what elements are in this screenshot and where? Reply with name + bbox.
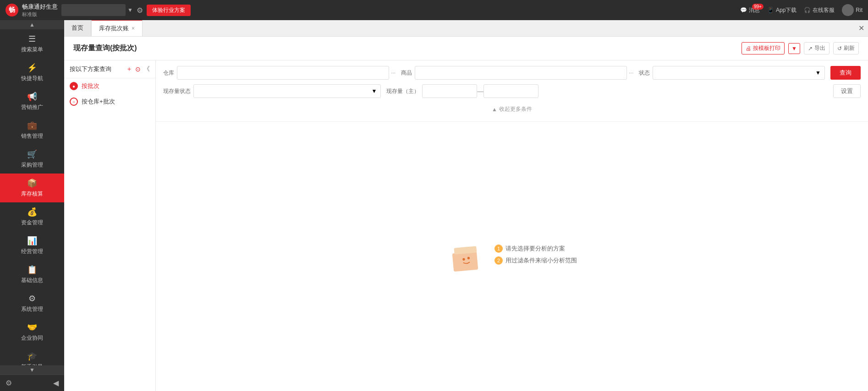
empty-box-icon [447, 238, 483, 275]
sidebar-scroll-up[interactable]: ▲ [0, 20, 64, 29]
sidebar-scroll-down[interactable]: ▼ [0, 365, 64, 375]
empty-state: 1 请先选择要分析的方案 2 用过滤条件来缩小分析范围 [156, 122, 868, 391]
status-dropdown-icon: ▼ [815, 70, 821, 76]
svg-rect-0 [452, 251, 478, 272]
product-filter-group: 商品 ··· [401, 66, 633, 80]
warehouse-more-icon[interactable]: ··· [391, 70, 396, 76]
top-bar-right: 💬 消息 99+ 📱 App下载 🎧 在线客服 Rit [740, 4, 863, 16]
settings-button[interactable]: 设置 [833, 84, 861, 98]
experience-button[interactable]: 体验行业方案 [147, 5, 191, 16]
online-service-item[interactable]: 🎧 在线客服 [804, 6, 835, 14]
app-download-item[interactable]: 📱 App下载 [767, 6, 797, 14]
search-menu-icon: ☰ [28, 34, 36, 44]
sidebar-item-label: 库存核算 [21, 190, 43, 198]
refresh-button[interactable]: ↺ 刷新 [833, 42, 859, 54]
inventory-status-label: 现存量状态 [163, 87, 191, 95]
print-button[interactable]: 🖨 按模板打印 [742, 42, 785, 54]
tip-2-num: 2 [494, 256, 503, 265]
inventory-qty-max-input[interactable] [483, 84, 538, 98]
collapse-up-icon: ▲ [492, 106, 497, 113]
refresh-label: 刷新 [844, 44, 855, 52]
sidebar-item-label: 采购管理 [21, 161, 43, 169]
tab-inventory-batch[interactable]: 库存批次账 × [91, 20, 143, 36]
top-bar-left: 畅 畅康通好生意 标准版 ▼ ⚙ 体验行业方案 [5, 3, 191, 18]
settings-scheme-icon[interactable]: ⊙ [135, 65, 141, 73]
sidebar-item-search-menu[interactable]: ☰ 搜索菜单 [0, 29, 64, 58]
tab-home[interactable]: 首页 [64, 20, 91, 36]
empty-text: 1 请先选择要分析的方案 2 用过滤条件来缩小分析范围 [494, 244, 577, 268]
main-body: 按以下方案查询 ＋ ⊙ 《 ● 按批次 ○ 按仓库+批次 [64, 60, 868, 391]
topbar-settings-icon[interactable]: ⚙ [137, 6, 143, 15]
sidebar-item-enterprise[interactable]: 🤝 企业协同 [0, 318, 64, 347]
headset-icon: 🎧 [804, 7, 811, 13]
left-panel-actions: ＋ ⊙ 《 [126, 65, 150, 73]
tab-bar-close-icon[interactable]: ✕ [858, 24, 864, 33]
inventory-status-filter-group: 现存量状态 ▼ [163, 84, 381, 98]
query-button[interactable]: 查询 [830, 66, 861, 80]
sidebar-item-label: 系统管理 [21, 305, 43, 313]
warehouse-label: 仓库 [163, 69, 174, 77]
user-item[interactable]: Rit [842, 4, 863, 16]
app-logo: 畅 [5, 4, 18, 16]
sidebar-item-finance[interactable]: 💰 资金管理 [0, 202, 64, 231]
online-service-label: 在线客服 [813, 6, 835, 14]
tip-2-text: 用过滤条件来缩小分析范围 [505, 256, 577, 265]
scheme-label-by-batch: 按批次 [82, 82, 99, 90]
empty-tip-2: 2 用过滤条件来缩小分析范围 [494, 256, 577, 265]
print-dropdown[interactable]: ▼ [788, 43, 800, 54]
sidebar-settings-icon[interactable]: ⚙ [5, 379, 12, 387]
tab-close-icon[interactable]: × [132, 25, 135, 32]
sidebar-item-label: 基础信息 [21, 277, 43, 284]
sidebar-item-label: 搜索菜单 [21, 46, 43, 54]
search-input[interactable] [61, 4, 126, 16]
sidebar-item-sales[interactable]: 💼 销售管理 [0, 116, 64, 145]
page-title: 现存量查询(按批次) [73, 43, 137, 53]
sidebar-item-label: 经营管理 [21, 248, 43, 255]
search-box[interactable]: ▼ [61, 4, 133, 16]
left-panel-header: 按以下方案查询 ＋ ⊙ 《 [64, 60, 155, 78]
warehouse-filter-group: 仓库 ··· [163, 66, 396, 80]
sidebar-item-system[interactable]: ⚙ 系统管理 [0, 289, 64, 318]
finance-icon: 💰 [27, 207, 37, 217]
operations-icon: 📊 [27, 236, 37, 246]
product-input[interactable] [415, 66, 627, 80]
add-scheme-icon[interactable]: ＋ [126, 65, 132, 73]
product-more-icon[interactable]: ··· [629, 70, 633, 76]
sidebar-collapse-icon[interactable]: ◀ [53, 379, 59, 387]
collapse-panel-icon[interactable]: 《 [143, 65, 150, 73]
export-button[interactable]: ↗ 导出 [804, 42, 830, 54]
page-content: 现存量查询(按批次) 🖨 按模板打印 ▼ ↗ 导出 ↺ 刷新 [64, 37, 868, 391]
warehouse-input[interactable] [177, 66, 389, 80]
sidebar-item-label: 营销推广 [21, 103, 43, 111]
system-icon: ⚙ [28, 293, 36, 304]
inventory-status-select[interactable]: ▼ [193, 84, 381, 98]
sidebar-item-quick-nav[interactable]: ⚡ 快捷导航 [0, 58, 64, 87]
sidebar-item-inventory[interactable]: 📦 库存核算 [0, 174, 64, 202]
app-subtitle: 标准版 [22, 11, 58, 18]
product-label: 商品 [401, 69, 412, 77]
empty-box-svg [447, 236, 483, 277]
quick-nav-icon: ⚡ [27, 63, 37, 73]
inventory-qty-min-input[interactable] [422, 84, 477, 98]
sidebar-item-basics[interactable]: 📋 基础信息 [0, 260, 64, 289]
export-icon: ↗ [808, 45, 813, 52]
filter-area: 仓库 ··· 商品 ··· 状态 [156, 60, 868, 122]
sidebar-bottom: ⚙ ◀ [0, 375, 64, 391]
filter-row-1: 仓库 ··· 商品 ··· 状态 [163, 66, 861, 80]
filter-row-2: 现存量状态 ▼ 现存量（主） — [163, 84, 861, 98]
status-select[interactable]: ▼ [653, 66, 825, 80]
search-dropdown-icon[interactable]: ▼ [127, 7, 133, 13]
sidebar-item-marketing[interactable]: 📢 营销推广 [0, 87, 64, 116]
refresh-icon: ↺ [837, 45, 842, 52]
empty-tip-1: 1 请先选择要分析的方案 [494, 244, 577, 253]
scheme-item-by-warehouse-batch[interactable]: ○ 按仓库+批次 [64, 94, 155, 109]
scheme-item-by-batch[interactable]: ● 按批次 [64, 78, 155, 94]
tip-1-num: 1 [494, 244, 503, 253]
marketing-icon: 📢 [27, 92, 37, 102]
collapse-conditions-button[interactable]: ▲ 收起更多条件 [163, 103, 861, 116]
sidebar-item-purchase[interactable]: 🛒 采购管理 [0, 145, 64, 174]
messages-item[interactable]: 💬 消息 99+ [740, 6, 760, 14]
inventory-icon: 📦 [27, 178, 37, 188]
sidebar-item-operations[interactable]: 📊 经营管理 [0, 231, 64, 260]
status-label: 状态 [639, 69, 650, 77]
